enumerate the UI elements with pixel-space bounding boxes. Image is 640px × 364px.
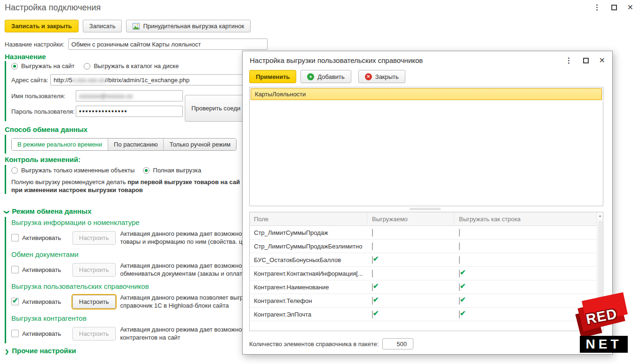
as-string-checkbox[interactable] — [459, 242, 460, 250]
table-row[interactable]: Контрагент.ЭлПочта — [250, 308, 603, 321]
other-settings-title: Прочие настройки — [12, 347, 76, 355]
tab-manual[interactable]: Только ручной режим — [163, 139, 236, 150]
activate-checkbox-user-catalogs[interactable]: Активировать — [11, 298, 68, 305]
radio-label: Выгружать только измененные объекты — [21, 167, 134, 174]
table-row[interactable]: Контрагент.Наименование — [250, 280, 603, 294]
as-string-checkbox[interactable] — [459, 310, 460, 318]
activate-checkbox-documents[interactable]: Активировать — [11, 266, 68, 273]
tab-realtime[interactable]: В режиме реального времени — [12, 139, 108, 150]
mode-nomenclature-row: Активировать Настроить Активация данного… — [11, 230, 250, 246]
mode-contractors-title: Выгрузка контрагентов — [11, 314, 250, 322]
main-toolbar: Записать и закрыть Записать Принудительн… — [5, 20, 251, 32]
close-label: Закрыть — [375, 73, 399, 80]
plus-icon: + — [307, 73, 314, 80]
mode-contractors-desc: Активация данного режима дает возможност… — [120, 325, 250, 341]
setting-name-input[interactable] — [68, 39, 268, 50]
rednet-logo: RED NET — [580, 295, 628, 353]
dialog-toolbar: Применить + Добавить ✕ Закрыть — [249, 70, 405, 83]
exported-checkbox[interactable] — [372, 283, 373, 291]
note-bold: при первой выгрузке товаров на сай — [127, 178, 240, 186]
mode-user-catalogs-title: Выгрузка пользовательских справочников — [11, 282, 250, 290]
checkbox-icon[interactable] — [11, 330, 19, 337]
checkbox-icon[interactable] — [11, 234, 19, 241]
field-name: Контрагент.Телефон — [250, 297, 367, 304]
maximize-icon[interactable] — [583, 58, 589, 63]
radio-icon[interactable] — [11, 167, 18, 174]
table-row[interactable]: Стр_ЛимитСуммыПродаж — [250, 226, 603, 240]
batch-size-label: Количество элементов справочника в пакет… — [249, 341, 379, 348]
radio-upload-to-disk[interactable]: Выгружать в каталог на диске — [84, 62, 179, 70]
radio-icon[interactable] — [11, 63, 18, 70]
list-item-selected[interactable]: КартыЛояльности — [251, 88, 602, 100]
exported-checkbox[interactable] — [372, 242, 373, 250]
activate-label: Активировать — [22, 266, 61, 273]
exported-checkbox[interactable] — [372, 229, 373, 237]
more-menu-icon[interactable]: ⋮ — [593, 4, 601, 11]
checkbox-icon[interactable] — [11, 298, 19, 305]
as-string-checkbox[interactable] — [459, 256, 460, 264]
tab-schedule[interactable]: По расписанию — [108, 139, 163, 150]
check-connection-button[interactable]: Проверить соеди — [185, 95, 250, 122]
force-images-button[interactable]: Принудительная выгрузка картинок — [126, 20, 251, 32]
as-string-checkbox[interactable] — [459, 283, 460, 291]
username-masked: ххххххх@хххххх.хх — [79, 93, 133, 100]
activate-checkbox-nomenclature[interactable]: Активировать — [11, 234, 68, 241]
setting-name-row: Название настройки: — [5, 39, 268, 50]
splitter-handle[interactable] — [410, 207, 441, 211]
exchange-modes-title: Режим обмена данных — [12, 207, 91, 215]
maximize-icon[interactable] — [611, 5, 617, 10]
full-upload-note: Полную выгрузку рекомендуется делать при… — [11, 178, 245, 194]
configure-contractors-button: Настроить — [72, 327, 116, 341]
mode-nomenclature-title: Выгрузка информации о номенклатуре — [11, 218, 250, 226]
radio-label: Выгружать в каталог на диске — [94, 62, 179, 70]
password-label: Пароль пользователя: — [11, 108, 73, 115]
table-row[interactable]: БУС_ОстатокБонусныхБаллов — [250, 253, 603, 267]
username-input[interactable]: ххххххх@хххххх.хх — [76, 90, 183, 101]
exported-checkbox[interactable] — [372, 310, 373, 318]
other-settings-header[interactable]: ❯Прочие настройки — [5, 347, 76, 355]
configure-user-catalogs-button[interactable]: Настроить — [72, 295, 116, 309]
exchange-modes-header[interactable]: ❯Режим обмена данных — [5, 207, 92, 215]
table-row[interactable]: Контрагент.КонтактнаяИнформация[... — [250, 267, 603, 280]
checkbox-icon[interactable] — [11, 266, 19, 273]
field-name: Контрагент.ЭлПочта — [250, 311, 367, 318]
exchange-modes-section: Выгрузка информации о номенклатуре Актив… — [5, 217, 250, 343]
save-button[interactable]: Записать — [83, 20, 122, 32]
mode-documents-desc: Активация данного режима дает возможност… — [120, 262, 250, 278]
as-string-checkbox[interactable] — [459, 297, 460, 305]
activate-checkbox-contractors[interactable]: Активировать — [11, 330, 68, 337]
apply-button[interactable]: Применить — [249, 70, 296, 83]
table-row[interactable]: Стр_ЛимитСуммыПродажБезлимитно — [250, 240, 603, 253]
close-icon[interactable]: ✕ — [599, 57, 605, 64]
password-input[interactable]: ••••••••••••••• — [76, 106, 183, 117]
close-circle-icon: ✕ — [365, 73, 372, 80]
dialog-title: Настройка выгрузки пользовательских спра… — [250, 56, 423, 64]
activate-label: Активировать — [22, 330, 61, 337]
site-address-input[interactable]: http://5х.ххх.ххх.хх//bitrix/admin/1c_ex… — [50, 74, 268, 85]
as-string-checkbox[interactable] — [459, 270, 460, 278]
force-images-label: Принудительная выгрузка картинок — [143, 23, 244, 30]
save-close-button[interactable]: Записать и закрыть — [5, 20, 79, 32]
radio-upload-to-site[interactable]: Выгружать на сайт — [11, 62, 74, 70]
field-name: Контрагент.Наименование — [250, 284, 367, 291]
radio-icon[interactable] — [143, 167, 150, 174]
radio-changed-only[interactable]: Выгружать только измененные объекты — [11, 167, 134, 174]
close-icon[interactable]: ✕ — [627, 4, 633, 11]
radio-full-upload[interactable]: Полная выгрузка — [143, 167, 201, 174]
field-name: Стр_ЛимитСуммыПродаж — [250, 229, 367, 236]
as-string-checkbox[interactable] — [459, 229, 460, 237]
mode-documents-row: Активировать Настроить Активация данного… — [11, 262, 250, 278]
close-button[interactable]: ✕ Закрыть — [358, 70, 405, 83]
exported-checkbox[interactable] — [372, 297, 373, 305]
mode-documents-title: Обмен документами — [11, 250, 250, 258]
add-button[interactable]: + Добавить — [300, 70, 351, 83]
exported-checkbox[interactable] — [372, 256, 373, 264]
exported-checkbox[interactable] — [372, 270, 373, 278]
batch-size-input[interactable]: 500 — [382, 338, 413, 349]
scroll-up-icon[interactable]: ▲ — [597, 212, 603, 219]
table-row[interactable]: Контрагент.Телефон — [250, 294, 603, 308]
address-start: http://5 — [54, 77, 72, 84]
more-menu-icon[interactable]: ⋮ — [565, 57, 573, 64]
method-tabs: В режиме реального времени По расписанию… — [11, 138, 237, 151]
radio-icon[interactable] — [84, 63, 90, 70]
